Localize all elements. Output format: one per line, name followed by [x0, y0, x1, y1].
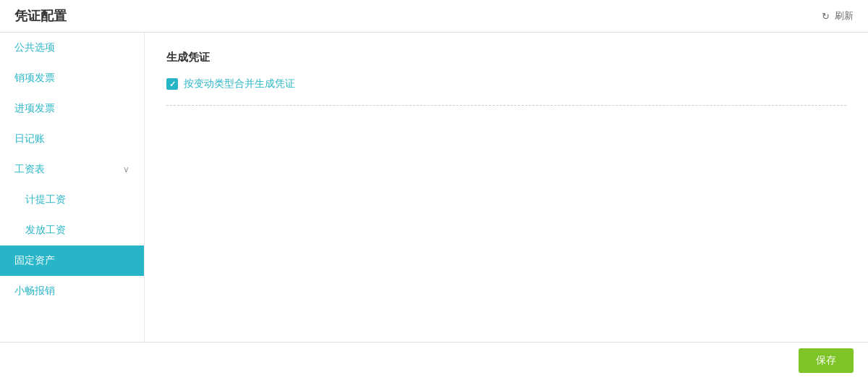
- sidebar-item-fixed-assets[interactable]: 固定资产: [0, 245, 144, 276]
- sidebar-item-petty-expense[interactable]: 小畅报销: [0, 276, 144, 306]
- sidebar-item-accrued-payroll[interactable]: 计提工资: [0, 185, 144, 215]
- sidebar-item-label: 计提工资: [25, 193, 66, 206]
- sidebar-item-journal[interactable]: 日记账: [0, 124, 144, 154]
- sidebar-item-label: 进项发票: [14, 102, 55, 115]
- sidebar-item-distribute-payroll[interactable]: 发放工资: [0, 215, 144, 245]
- sidebar-item-label: 发放工资: [25, 224, 66, 237]
- footer: 保存: [0, 342, 868, 378]
- sidebar-item-label: 日记账: [14, 133, 45, 146]
- content-area: 生成凭证 按变动类型合并生成凭证: [145, 33, 868, 342]
- sidebar-item-label: 工资表: [14, 163, 45, 176]
- merge-by-type-checkbox[interactable]: [166, 78, 178, 90]
- sidebar-item-label: 销项发票: [14, 72, 55, 85]
- chevron-down-icon: ∨: [123, 164, 129, 175]
- sidebar-item-label: 小畅报销: [14, 285, 55, 298]
- save-button[interactable]: 保存: [799, 348, 854, 373]
- refresh-button[interactable]: ↻ 刷新: [822, 9, 854, 22]
- checkbox-label: 按变动类型合并生成凭证: [184, 77, 295, 91]
- refresh-label: 刷新: [835, 9, 854, 22]
- sidebar: 公共选项 销项发票 进项发票 日记账 工资表 ∨ 计提工资 发放工资 固定资: [0, 33, 145, 342]
- main-layout: 公共选项 销项发票 进项发票 日记账 工资表 ∨ 计提工资 发放工资 固定资: [0, 33, 868, 342]
- sidebar-item-label: 公共选项: [14, 41, 55, 54]
- sidebar-item-public-options[interactable]: 公共选项: [0, 33, 144, 63]
- sidebar-item-sales-invoice[interactable]: 销项发票: [0, 63, 144, 93]
- page-wrapper: 凭证配置 ↻ 刷新 公共选项 销项发票 进项发票 日记账 工资表 ∨: [0, 0, 868, 378]
- sidebar-item-label: 固定资产: [14, 254, 55, 267]
- header: 凭证配置 ↻ 刷新: [0, 0, 868, 33]
- sidebar-item-purchase-invoice[interactable]: 进项发票: [0, 93, 144, 124]
- refresh-icon: ↻: [822, 11, 832, 21]
- checkbox-row[interactable]: 按变动类型合并生成凭证: [166, 77, 846, 91]
- sidebar-item-payroll-table[interactable]: 工资表 ∨: [0, 154, 144, 185]
- section-title: 生成凭证: [166, 51, 846, 64]
- section-divider: [166, 105, 846, 106]
- page-title: 凭证配置: [14, 7, 67, 25]
